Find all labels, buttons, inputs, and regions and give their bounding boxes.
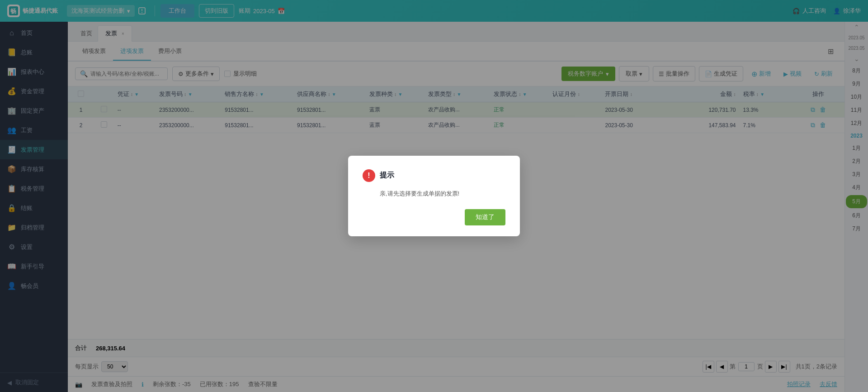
dialog-title: 提示 xyxy=(380,171,394,180)
dialog-error-icon: ! xyxy=(363,169,375,182)
dialog-footer: 知道了 xyxy=(363,209,505,225)
alert-dialog: ! 提示 亲,请先选择要生成单据的发票! 知道了 xyxy=(348,156,520,237)
dialog-overlay: ! 提示 亲,请先选择要生成单据的发票! 知道了 xyxy=(0,0,868,392)
dialog-title-row: ! 提示 xyxy=(363,169,505,182)
dialog-message: 亲,请先选择要生成单据的发票! xyxy=(363,189,505,199)
dialog-confirm-button[interactable]: 知道了 xyxy=(465,209,505,225)
